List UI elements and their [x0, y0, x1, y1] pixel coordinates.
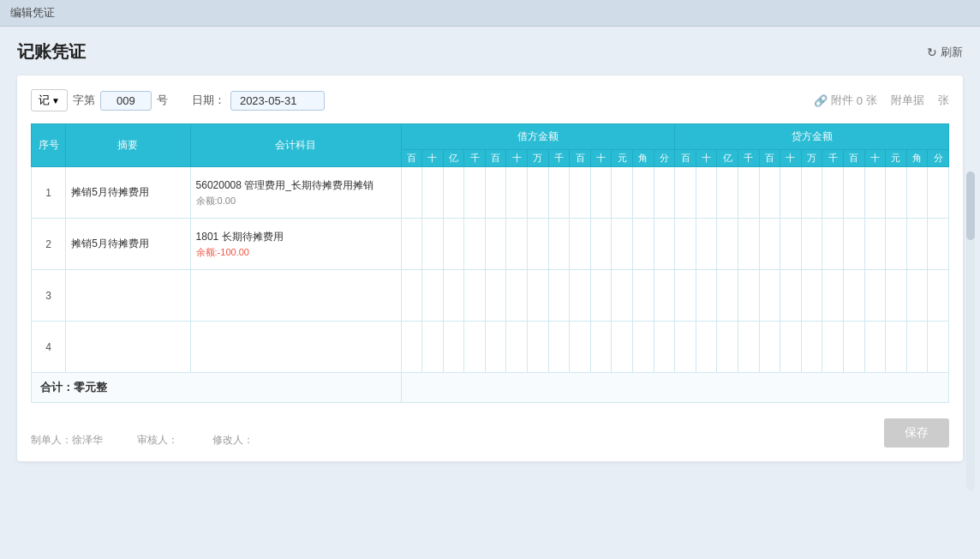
debit-cell-3-2[interactable] — [443, 322, 464, 373]
debit-cell-3-7[interactable] — [548, 322, 570, 373]
debit-cell-3-8[interactable] — [570, 322, 591, 373]
debit-cell-3-6[interactable] — [528, 322, 549, 373]
debit-cell-2-1[interactable] — [422, 270, 444, 322]
credit-cell-2-6[interactable] — [801, 270, 822, 322]
debit-cell-1-3[interactable] — [464, 219, 486, 270]
debit-cell-2-5[interactable] — [506, 270, 528, 322]
credit-cell-0-10[interactable] — [886, 167, 907, 219]
debit-cell-2-6[interactable] — [528, 270, 549, 322]
credit-cell-3-5[interactable] — [780, 322, 802, 373]
credit-cell-0-6[interactable] — [801, 167, 822, 219]
debit-cell-0-8[interactable] — [570, 167, 591, 219]
credit-cell-3-1[interactable] — [696, 322, 717, 373]
credit-cell-3-2[interactable] — [717, 322, 738, 373]
debit-cell-1-10[interactable] — [612, 219, 633, 270]
credit-cell-1-0[interactable] — [675, 219, 696, 270]
debit-cell-3-11[interactable] — [633, 322, 654, 373]
credit-cell-2-11[interactable] — [906, 270, 928, 322]
credit-cell-1-3[interactable] — [738, 219, 760, 270]
debit-cell-2-2[interactable] — [443, 270, 464, 322]
row-summary-2[interactable] — [66, 270, 190, 322]
credit-cell-1-4[interactable] — [759, 219, 780, 270]
attach-button[interactable]: 🔗 附件 0 张 — [814, 93, 877, 108]
credit-cell-1-10[interactable] — [886, 219, 907, 270]
debit-cell-0-3[interactable] — [464, 167, 486, 219]
credit-cell-3-9[interactable] — [864, 322, 886, 373]
credit-cell-0-9[interactable] — [864, 167, 886, 219]
date-input[interactable] — [230, 91, 325, 111]
credit-cell-1-2[interactable] — [717, 219, 738, 270]
debit-cell-2-9[interactable] — [590, 270, 612, 322]
debit-cell-2-10[interactable] — [612, 270, 633, 322]
credit-cell-3-6[interactable] — [801, 322, 822, 373]
debit-cell-3-5[interactable] — [506, 322, 528, 373]
debit-cell-2-4[interactable] — [485, 270, 506, 322]
credit-cell-0-1[interactable] — [696, 167, 717, 219]
credit-cell-2-12[interactable] — [928, 270, 949, 322]
debit-cell-0-4[interactable] — [485, 167, 506, 219]
debit-cell-1-0[interactable] — [401, 219, 422, 270]
credit-cell-2-4[interactable] — [759, 270, 780, 322]
debit-cell-2-7[interactable] — [548, 270, 570, 322]
debit-cell-0-11[interactable] — [633, 167, 654, 219]
credit-cell-2-5[interactable] — [780, 270, 802, 322]
debit-cell-3-1[interactable] — [422, 322, 444, 373]
debit-cell-2-12[interactable] — [654, 270, 675, 322]
credit-cell-2-0[interactable] — [675, 270, 696, 322]
debit-cell-1-11[interactable] — [633, 219, 654, 270]
debit-cell-1-2[interactable] — [443, 219, 464, 270]
debit-cell-1-5[interactable] — [506, 219, 528, 270]
credit-cell-2-3[interactable] — [738, 270, 760, 322]
credit-cell-2-7[interactable] — [822, 270, 844, 322]
credit-cell-1-1[interactable] — [696, 219, 717, 270]
credit-cell-2-1[interactable] — [696, 270, 717, 322]
credit-cell-1-7[interactable] — [822, 219, 844, 270]
credit-cell-3-4[interactable] — [759, 322, 780, 373]
credit-cell-0-8[interactable] — [843, 167, 864, 219]
credit-cell-1-9[interactable] — [864, 219, 886, 270]
debit-cell-1-4[interactable] — [485, 219, 506, 270]
debit-cell-2-0[interactable] — [401, 270, 422, 322]
credit-cell-0-3[interactable] — [738, 167, 760, 219]
credit-cell-3-0[interactable] — [675, 322, 696, 373]
credit-cell-2-2[interactable] — [717, 270, 738, 322]
debit-cell-2-11[interactable] — [633, 270, 654, 322]
debit-cell-0-9[interactable] — [590, 167, 612, 219]
zi-input[interactable] — [100, 91, 152, 111]
debit-cell-1-9[interactable] — [590, 219, 612, 270]
credit-cell-1-8[interactable] — [843, 219, 864, 270]
row-account-3[interactable] — [190, 322, 401, 373]
credit-cell-1-6[interactable] — [801, 219, 822, 270]
row-account-1[interactable]: 1801 长期待摊费用余额:-100.00 — [190, 219, 401, 270]
sheet-button[interactable]: 附单据 — [891, 93, 924, 108]
debit-cell-3-4[interactable] — [485, 322, 506, 373]
scrollbar-track[interactable] — [966, 171, 975, 490]
credit-cell-0-2[interactable] — [717, 167, 738, 219]
debit-cell-2-3[interactable] — [464, 270, 486, 322]
row-summary-0[interactable]: 摊销5月待摊费用 — [66, 167, 190, 219]
credit-cell-2-10[interactable] — [886, 270, 907, 322]
debit-cell-0-0[interactable] — [401, 167, 422, 219]
debit-cell-0-5[interactable] — [506, 167, 528, 219]
row-account-0[interactable]: 56020008 管理费用_长期待摊费用摊销余额:0.00 — [190, 167, 401, 219]
credit-cell-1-5[interactable] — [780, 219, 802, 270]
ji-button[interactable]: 记 ▼ — [31, 89, 68, 111]
row-summary-1[interactable]: 摊销5月待摊费用 — [66, 219, 190, 270]
debit-cell-3-9[interactable] — [590, 322, 612, 373]
credit-cell-3-3[interactable] — [738, 322, 760, 373]
debit-cell-2-8[interactable] — [570, 270, 591, 322]
debit-cell-0-7[interactable] — [548, 167, 570, 219]
credit-cell-3-10[interactable] — [886, 322, 907, 373]
debit-cell-1-8[interactable] — [570, 219, 591, 270]
credit-cell-0-7[interactable] — [822, 167, 844, 219]
debit-cell-3-3[interactable] — [464, 322, 486, 373]
row-account-2[interactable] — [190, 270, 401, 322]
debit-cell-0-12[interactable] — [654, 167, 675, 219]
credit-cell-0-5[interactable] — [780, 167, 802, 219]
debit-cell-1-1[interactable] — [422, 219, 444, 270]
debit-cell-3-12[interactable] — [654, 322, 675, 373]
refresh-button[interactable]: ↻ 刷新 — [927, 45, 963, 60]
credit-cell-1-12[interactable] — [928, 219, 949, 270]
debit-cell-1-6[interactable] — [528, 219, 549, 270]
save-button[interactable]: 保存 — [884, 418, 949, 448]
